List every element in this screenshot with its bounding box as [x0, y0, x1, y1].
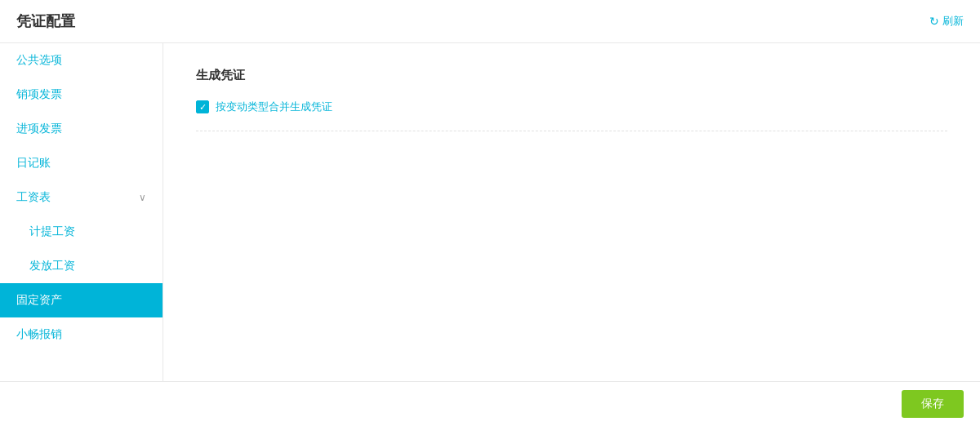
merge-checkbox[interactable]: ✓: [196, 100, 209, 113]
section-divider: [196, 131, 947, 131]
sidebar-item-label-7: 固定资产: [16, 293, 62, 308]
chevron-down-icon: ∨: [139, 192, 146, 203]
sidebar-item-2[interactable]: 进项发票: [0, 112, 163, 146]
section-title: 生成凭证: [196, 68, 947, 83]
checkbox-label[interactable]: 按变动类型合并生成凭证: [216, 100, 332, 114]
refresh-button[interactable]: ↻ 刷新: [929, 14, 964, 29]
checkmark-icon: ✓: [199, 103, 207, 112]
main-content: 公共选项销项发票进项发票日记账工资表∨计提工资发放工资固定资产小畅报销 生成凭证…: [0, 43, 980, 381]
sidebar-item-7[interactable]: 固定资产: [0, 283, 163, 317]
page-footer: 保存: [0, 381, 980, 426]
checkbox-row: ✓ 按变动类型合并生成凭证: [196, 100, 947, 114]
page-title: 凭证配置: [16, 11, 75, 31]
sidebar-item-label-1: 销项发票: [16, 87, 62, 102]
save-button[interactable]: 保存: [902, 390, 964, 418]
sidebar: 公共选项销项发票进项发票日记账工资表∨计提工资发放工资固定资产小畅报销: [0, 43, 163, 381]
sidebar-item-label-2: 进项发票: [16, 122, 62, 136]
sidebar-item-8[interactable]: 小畅报销: [0, 317, 163, 352]
sidebar-item-label-6: 发放工资: [29, 259, 75, 273]
page-header: 凭证配置 ↻ 刷新: [0, 0, 980, 43]
refresh-icon: ↻: [929, 15, 939, 28]
sidebar-item-4[interactable]: 工资表∨: [0, 180, 163, 215]
sidebar-item-6[interactable]: 发放工资: [0, 249, 163, 283]
sidebar-item-1[interactable]: 销项发票: [0, 78, 163, 112]
sidebar-item-0[interactable]: 公共选项: [0, 43, 163, 78]
sidebar-item-label-8: 小畅报销: [16, 327, 62, 342]
sidebar-item-label-5: 计提工资: [29, 224, 75, 239]
sidebar-item-5[interactable]: 计提工资: [0, 215, 163, 249]
sidebar-item-label-0: 公共选项: [16, 53, 62, 68]
content-area: 生成凭证 ✓ 按变动类型合并生成凭证: [163, 43, 980, 381]
sidebar-item-label-4: 工资表: [16, 190, 51, 205]
refresh-label: 刷新: [942, 14, 964, 29]
sidebar-item-3[interactable]: 日记账: [0, 146, 163, 180]
sidebar-item-label-3: 日记账: [16, 156, 51, 171]
